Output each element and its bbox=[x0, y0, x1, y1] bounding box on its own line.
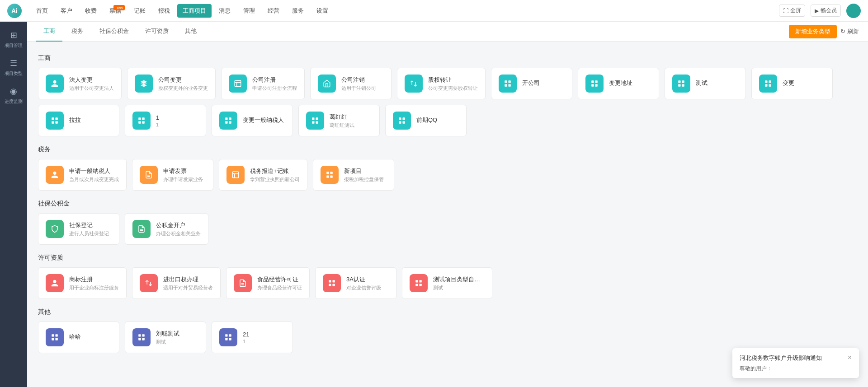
card-公积金开户[interactable]: 公积金开户办理公积金相关业务 bbox=[125, 213, 208, 245]
sidebar-item-进度监测[interactable]: ◉ 进度监测 bbox=[0, 81, 27, 109]
card-icon-变更一般纳税人 bbox=[219, 112, 237, 130]
app-logo[interactable]: Ai bbox=[7, 4, 22, 18]
svg-rect-15 bbox=[765, 80, 767, 83]
tab-其他[interactable]: 其他 bbox=[178, 22, 204, 42]
nav-item-服务[interactable]: 服务 bbox=[287, 4, 309, 18]
card-name: 变更 bbox=[783, 79, 825, 87]
card-公司注册[interactable]: 公司注册申请公司注册全流程 bbox=[221, 68, 305, 99]
card-新项目[interactable]: 新项目报税加税控盘保管 bbox=[313, 159, 394, 191]
card-desc: 报税加税控盘保管 bbox=[344, 176, 387, 183]
tab-工商[interactable]: 工商 bbox=[36, 22, 62, 42]
nav-item-工商项目[interactable]: 工商项目 bbox=[177, 4, 212, 18]
nav-item-记账[interactable]: 记账 bbox=[128, 4, 151, 18]
tab-社保公积金[interactable]: 社保公积金 bbox=[92, 22, 136, 42]
svg-rect-34 bbox=[316, 121, 318, 124]
card-公司变更[interactable]: 公司变更股权变更外的业务变更 bbox=[127, 68, 216, 99]
svg-rect-28 bbox=[229, 117, 231, 120]
card-name: 前期QQ bbox=[416, 116, 459, 124]
main-content: 工商税务社保公积金许可资质其他 新增业务类型 ↻ 刷新 工商法人变更适用于公司变… bbox=[27, 22, 868, 387]
card-desc: 葛红红测试 bbox=[330, 122, 372, 129]
card-name: 3A认证 bbox=[346, 275, 389, 284]
sidebar-item-项目类型[interactable]: ☰ 项目类型 bbox=[0, 53, 27, 81]
card-desc: 适用于公司变更法人 bbox=[69, 85, 114, 92]
nav-item-首页[interactable]: 首页 bbox=[31, 4, 53, 18]
card-拉拉[interactable]: 拉拉 bbox=[38, 105, 119, 136]
card-变更地址[interactable]: 变更地址 bbox=[578, 68, 659, 99]
card-desc: 公司变更需要股权转让 bbox=[428, 85, 478, 92]
svg-rect-53 bbox=[333, 280, 335, 282]
svg-rect-65 bbox=[142, 334, 145, 336]
card-info-公司注销: 公司注销适用于注销公司 bbox=[341, 76, 384, 92]
card-税务报道+记账[interactable]: 税务报道+记账拿到营业执照的新公司 bbox=[219, 159, 307, 191]
card-刘聪测试[interactable]: 刘聪测试测试 bbox=[125, 322, 206, 353]
card-info-食品经营许可证: 食品经营许可证办理食品经营许可证 bbox=[257, 275, 302, 291]
card-icon-3A认证 bbox=[323, 274, 341, 292]
card-测试项目类型自定义[interactable]: 测试项目类型自定义测试 bbox=[402, 267, 492, 299]
card-desc: 拿到营业执照的新公司 bbox=[250, 176, 300, 183]
nav-item-消息[interactable]: 消息 bbox=[213, 4, 236, 18]
card-变更一般纳税人[interactable]: 变更一般纳税人 bbox=[212, 105, 293, 136]
card-股权转让[interactable]: 股权转让公司变更需要股权转让 bbox=[397, 68, 486, 99]
svg-rect-35 bbox=[399, 117, 401, 120]
nav-item-设置[interactable]: 设置 bbox=[311, 4, 334, 18]
card-商标注册[interactable]: 商标注册用于企业商标注册服务 bbox=[38, 267, 127, 299]
nav-item-报税[interactable]: 报税 bbox=[153, 4, 175, 18]
nav-item-管理[interactable]: 管理 bbox=[238, 4, 260, 18]
card-葛红红[interactable]: 葛红红葛红红测试 bbox=[298, 105, 380, 136]
card-icon-公积金开户 bbox=[132, 220, 151, 238]
vip-button[interactable]: ▶ 畅会员 bbox=[811, 5, 841, 17]
card-name: 申请一般纳税人 bbox=[69, 167, 119, 175]
nav-item-经营[interactable]: 经营 bbox=[262, 4, 285, 18]
card-前期QQ[interactable]: 前期QQ bbox=[385, 105, 467, 136]
add-type-button[interactable]: 新增业务类型 bbox=[789, 25, 837, 38]
card-申请一般纳税人[interactable]: 申请一般纳税人当月或次月成变更完成 bbox=[38, 159, 127, 191]
card-name: 变更地址 bbox=[609, 79, 651, 87]
card-desc: 办理申请发票业务 bbox=[163, 176, 206, 183]
card-变更[interactable]: 变更 bbox=[751, 68, 833, 99]
card-法人变更[interactable]: 法人变更适用于公司变更法人 bbox=[38, 68, 122, 99]
nav-item-收费[interactable]: 收费 bbox=[80, 4, 102, 18]
card-哈哈[interactable]: 哈哈 bbox=[38, 322, 119, 353]
tab-许可资质[interactable]: 许可资质 bbox=[138, 22, 176, 42]
svg-rect-41 bbox=[232, 172, 239, 178]
card-21[interactable]: 211 bbox=[212, 322, 293, 353]
card-name: 刘聪测试 bbox=[156, 330, 198, 338]
refresh-button[interactable]: ↻ 刷新 bbox=[840, 28, 859, 36]
content-area: 工商法人变更适用于公司变更法人公司变更股权变更外的业务变更公司注册申请公司注册全… bbox=[27, 42, 868, 387]
card-申请发票[interactable]: 申请发票办理申请发票业务 bbox=[132, 159, 213, 191]
svg-rect-20 bbox=[56, 117, 58, 120]
card-食品经营许可证[interactable]: 食品经营许可证办理食品经营许可证 bbox=[226, 267, 310, 299]
section-title-社保公积金: 社保公积金 bbox=[38, 200, 857, 208]
card-info-1: 11 bbox=[156, 114, 198, 127]
card-1[interactable]: 11 bbox=[125, 105, 206, 136]
card-公司注销[interactable]: 公司注销适用于注销公司 bbox=[310, 68, 392, 99]
sidebar-item-项目管理[interactable]: ⊞ 项目管理 bbox=[0, 25, 27, 53]
nav-item-客户[interactable]: 客户 bbox=[55, 4, 78, 18]
card-icon-税务报道+记账 bbox=[226, 166, 245, 184]
nav-item-票据[interactable]: 票据new bbox=[104, 4, 127, 18]
notif-close-button[interactable]: × bbox=[848, 354, 852, 362]
fullscreen-button[interactable]: ⛶ 全屏 bbox=[779, 5, 805, 17]
refresh-label: 刷新 bbox=[847, 28, 859, 36]
card-开公司[interactable]: 开公司 bbox=[491, 68, 572, 99]
card-测试[interactable]: 测试 bbox=[665, 68, 746, 99]
user-avatar[interactable] bbox=[846, 4, 861, 18]
card-desc: 测试 bbox=[433, 284, 485, 291]
card-icon-社保登记 bbox=[46, 220, 64, 238]
card-icon-股权转让 bbox=[405, 75, 423, 93]
cards-grid-工商: 法人变更适用于公司变更法人公司变更股权变更外的业务变更公司注册申请公司注册全流程… bbox=[38, 68, 857, 136]
svg-rect-44 bbox=[326, 172, 329, 174]
sidebar-label: 项目管理 bbox=[5, 42, 23, 49]
card-社保登记[interactable]: 社保登记进行人员社保登记 bbox=[38, 213, 119, 245]
svg-rect-22 bbox=[56, 121, 58, 124]
svg-rect-64 bbox=[138, 334, 141, 336]
card-进出口权办理[interactable]: 进出口权办理适用于对外贸易经营者 bbox=[132, 267, 221, 299]
card-name: 变更一般纳税人 bbox=[243, 116, 285, 124]
tab-税务[interactable]: 税务 bbox=[64, 22, 90, 42]
svg-rect-62 bbox=[52, 338, 54, 340]
card-info-前期QQ: 前期QQ bbox=[416, 116, 459, 125]
card-desc: 用于企业商标注册服务 bbox=[69, 284, 119, 291]
card-icon-申请发票 bbox=[140, 166, 158, 184]
card-desc: 进行人员社保登记 bbox=[69, 230, 112, 237]
card-3A认证[interactable]: 3A认证对企业信誉评级 bbox=[315, 267, 396, 299]
